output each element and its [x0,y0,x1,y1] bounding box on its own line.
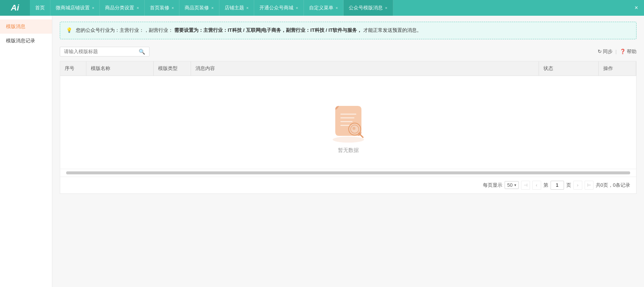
scrollbar-thumb [66,171,630,174]
last-page-button[interactable]: ⊢ [585,181,594,190]
search-input-wrap: 🔍 [60,47,150,57]
main-content: 💡 您的公众号行业为：主营行业：，副营行业： 需要设置为：主营行业：IT科技 /… [52,16,644,287]
tab-close-wsc-settings[interactable]: × [92,6,94,10]
tab-close-store-theme[interactable]: × [246,6,249,10]
col-no: 序号 [60,61,86,76]
sidebar-item-template-msg[interactable]: 模版消息 [0,19,52,34]
tab-bar: 首页微商城店铺设置×商品分类设置×首页装修×商品页装修×店铺主题×开通公众号商城… [30,0,393,16]
help-label: 帮助 [627,48,637,55]
notice-suffix: 才能正常发送预置的消息。 [363,27,422,33]
pagination-summary: 共0页，0条记录 [596,182,630,189]
tab-open-mall[interactable]: 开通公众号商城× [254,0,303,16]
tab-close-home-decor[interactable]: × [172,6,174,10]
page-size-select[interactable]: 50 ▾ [505,181,518,189]
tab-product-decor[interactable]: 商品页装修× [179,0,219,16]
page-label-post: 页 [566,182,571,189]
empty-icon [324,98,373,147]
next-page-button[interactable]: › [573,181,582,190]
tab-home-decor[interactable]: 首页装修× [145,0,179,16]
tab-close-category-settings[interactable]: × [136,6,139,10]
col-name: 模版名称 [86,61,154,76]
notice-icon: 💡 [66,27,72,33]
page-input[interactable] [551,181,564,190]
tab-close-open-mall[interactable]: × [296,6,298,10]
top-nav: Ai 首页微商城店铺设置×商品分类设置×首页装修×商品页装修×店铺主题×开通公众… [0,0,644,16]
col-status: 状态 [539,61,599,76]
search-input[interactable] [64,49,139,54]
page-size-dropdown-icon: ▾ [514,183,516,187]
sync-label: 同步 [603,48,613,55]
app-logo: Ai [0,0,30,16]
toolbar-divider: | [616,49,617,54]
tab-custom-menu[interactable]: 自定义菜单× [304,0,343,16]
tab-wsc-settings[interactable]: 微商城店铺设置× [50,0,100,16]
page-size-value: 50 [507,182,512,188]
tab-home[interactable]: 首页 [30,0,50,16]
col-type: 模版类型 [154,61,191,76]
tab-category-settings[interactable]: 商品分类设置× [100,0,144,16]
table-header: 序号 模版名称 模版类型 消息内容 状态 操作 [60,61,636,76]
first-page-button[interactable]: ⊣ [521,181,530,190]
global-close-button[interactable]: × [629,4,644,11]
search-icon[interactable]: 🔍 [139,49,145,55]
svg-point-0 [333,137,364,143]
tab-close-template-msg[interactable]: × [385,6,387,10]
help-button[interactable]: ❓ 帮助 [620,48,637,55]
pagination: 每页显示 50 ▾ ⊣ ‹ 第 页 › ⊢ 共0页，0条记录 [60,177,636,193]
sidebar-item-template-log[interactable]: 模版消息记录 [0,34,52,48]
tab-close-product-decor[interactable]: × [211,6,213,10]
tab-close-custom-menu[interactable]: × [336,6,338,10]
prev-page-button[interactable]: ‹ [532,181,541,190]
col-action: 操作 [599,61,636,76]
sync-icon: ↻ [598,49,602,54]
horizontal-scrollbar[interactable] [66,171,630,174]
toolbar-right: ↻ 同步 | ❓ 帮助 [598,48,637,55]
col-content: 消息内容 [191,61,539,76]
empty-state: 暂无数据 [60,76,636,169]
page-label-pre: 第 [543,182,548,189]
data-table: 序号 模版名称 模版类型 消息内容 状态 操作 [60,61,637,194]
svg-point-8 [352,127,355,130]
help-icon: ❓ [620,49,626,54]
sync-button[interactable]: ↻ 同步 [598,48,613,55]
search-row: 🔍 ↻ 同步 | ❓ 帮助 [60,47,637,57]
main-layout: 模版消息模版消息记录 💡 您的公众号行业为：主营行业：，副营行业： 需要设置为：… [0,16,644,287]
tab-template-msg[interactable]: 公众号模版消息× [343,0,393,16]
empty-text: 暂无数据 [338,147,359,154]
page-size-label: 每页显示 [483,182,502,189]
sidebar: 模版消息模版消息记录 [0,16,52,287]
notice-highlight: 需要设置为：主营行业：IT科技 / 互联网|电子商务，副营行业：IT科技 / I… [174,27,362,33]
tab-store-theme[interactable]: 店铺主题× [219,0,254,16]
notice-box: 💡 您的公众号行业为：主营行业：，副营行业： 需要设置为：主营行业：IT科技 /… [60,22,637,39]
notice-prefix: 您的公众号行业为：主营行业：，副营行业： [76,27,173,33]
scrollbar-row [60,169,636,177]
